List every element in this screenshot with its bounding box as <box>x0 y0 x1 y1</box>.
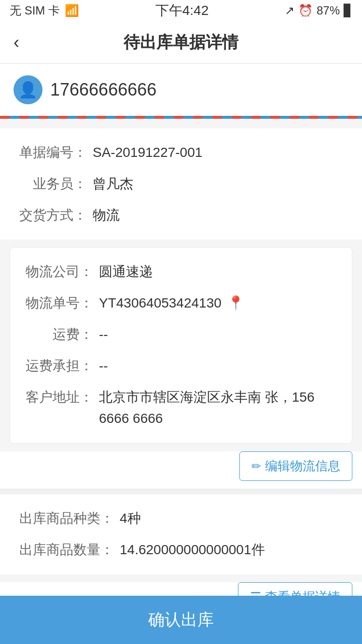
order-no-label: 单据编号： <box>19 142 87 164</box>
edit-btn-container: ✏ 编辑物流信息 <box>0 451 362 489</box>
freight-bearer-value: -- <box>99 355 336 377</box>
company-value: 圆通速递 <box>99 261 336 283</box>
delivery-value: 物流 <box>93 205 343 226</box>
freight-value: -- <box>99 324 336 346</box>
map-pin-icon[interactable]: 📍 <box>227 293 244 314</box>
goods-quantity-value: 14.620000000000001件 <box>120 539 343 561</box>
edit-icon: ✏ <box>251 460 261 473</box>
address-value: 北京市市辖区海淀区永丰南 张，156 6666 6666 <box>99 387 336 430</box>
tracking-label: 物流单号： <box>26 293 93 314</box>
order-info-section: 单据编号： SA-20191227-001 业务员： 曾凡杰 交货方式： 物流 <box>0 128 362 239</box>
delivery-label: 交货方式： <box>19 205 87 226</box>
goods-quantity-label: 出库商品数量： <box>19 539 114 561</box>
company-row: 物流公司： 圆通速递 <box>26 261 336 283</box>
company-label: 物流公司： <box>26 261 93 283</box>
back-button[interactable]: ‹ <box>14 32 19 53</box>
avatar-icon: 👤 <box>18 81 38 99</box>
wifi-icon: 📶 <box>65 4 79 17</box>
delivery-row: 交货方式： 物流 <box>19 205 343 226</box>
freight-row: 运费： -- <box>26 324 336 346</box>
goods-types-row: 出库商品种类： 4种 <box>19 508 343 530</box>
user-phone: 17666666666 <box>50 80 156 100</box>
carrier-text: 无 SIM 卡 <box>10 3 60 18</box>
tracking-value: YT43064053424130 📍 <box>99 293 336 314</box>
tracking-number: YT43064053424130 <box>99 293 222 314</box>
freight-label: 运费： <box>26 324 93 346</box>
salesperson-label: 业务员： <box>19 173 87 195</box>
section-divider <box>0 489 362 494</box>
goods-section: 出库商品种类： 4种 出库商品数量： 14.620000000000001件 <box>0 494 362 574</box>
user-header: 👤 17666666666 <box>0 64 362 116</box>
goods-quantity-row: 出库商品数量： 14.620000000000001件 <box>19 539 343 561</box>
edit-btn-label: 编辑物流信息 <box>265 458 340 475</box>
battery-text: 87% <box>317 4 340 17</box>
location-status-icon: ↗ <box>285 4 294 17</box>
status-right: ↗ ⏰ 87% ▊ <box>285 4 352 17</box>
confirm-button[interactable]: 确认出库 <box>0 596 362 644</box>
status-time: 下午4:42 <box>155 1 209 20</box>
status-bar: 无 SIM 卡 📶 下午4:42 ↗ ⏰ 87% ▊ <box>0 0 362 21</box>
freight-bearer-row: 运费承担： -- <box>26 355 336 377</box>
tracking-row: 物流单号： YT43064053424130 📍 <box>26 293 336 314</box>
salesperson-value: 曾凡杰 <box>93 173 343 195</box>
freight-bearer-label: 运费承担： <box>26 355 93 377</box>
status-left: 无 SIM 卡 📶 <box>10 3 79 18</box>
order-no-value: SA-20191227-001 <box>93 142 343 164</box>
address-row: 客户地址： 北京市市辖区海淀区永丰南 张，156 6666 6666 <box>26 387 336 430</box>
address-label: 客户地址： <box>26 387 93 408</box>
page-title: 待出库单据详情 <box>124 31 238 54</box>
alarm-icon: ⏰ <box>298 4 313 17</box>
order-no-row: 单据编号： SA-20191227-001 <box>19 142 343 164</box>
avatar: 👤 <box>14 75 42 104</box>
dashed-divider <box>0 116 362 119</box>
goods-types-value: 4种 <box>120 508 343 530</box>
logistics-card: 物流公司： 圆通速递 物流单号： YT43064053424130 📍 运费： … <box>10 247 352 444</box>
goods-types-label: 出库商品种类： <box>19 508 114 530</box>
nav-bar: ‹ 待出库单据详情 <box>0 21 362 64</box>
edit-logistics-button[interactable]: ✏ 编辑物流信息 <box>239 451 352 481</box>
salesperson-row: 业务员： 曾凡杰 <box>19 173 343 195</box>
battery-icon: ▊ <box>344 4 352 17</box>
